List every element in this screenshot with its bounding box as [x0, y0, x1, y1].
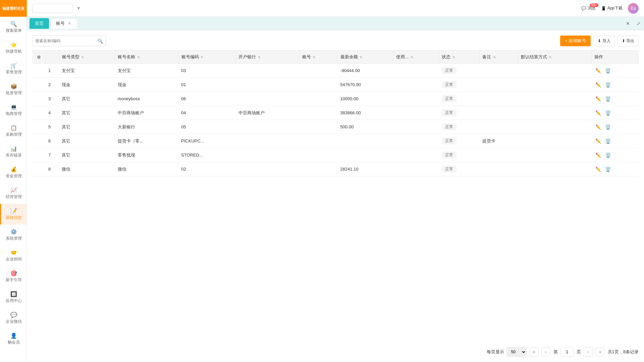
- edit-button[interactable]: ✏️: [594, 67, 602, 74]
- cell-type: 其它: [59, 120, 115, 134]
- cell-action: ✏️ 🗑️: [591, 120, 638, 134]
- sidebar-item-inventory-mgmt[interactable]: 📊 库存核算: [0, 141, 26, 162]
- app-download-button[interactable]: 📱 App下载: [601, 5, 623, 11]
- cell-default-settle: [518, 162, 591, 176]
- next-page-button[interactable]: ›: [584, 347, 593, 357]
- delete-button[interactable]: 🗑️: [604, 152, 612, 159]
- delete-button[interactable]: 🗑️: [604, 110, 612, 116]
- page-label: 第: [553, 349, 558, 355]
- col-account[interactable]: 账号 ⇅: [299, 51, 337, 64]
- col-bank[interactable]: 开户银行 ⇅: [236, 51, 300, 64]
- import-button[interactable]: ⬇ 导入: [593, 36, 614, 46]
- col-balance-label: 最新余额: [340, 54, 358, 59]
- user-avatar[interactable]: Ea: [628, 3, 639, 14]
- sort-arrows-type: ⇅: [81, 55, 84, 59]
- cell-name: 提货卡（零...: [115, 134, 179, 148]
- sidebar-item-label: 企业微信: [2, 319, 25, 324]
- cell-default-settle: [518, 106, 591, 120]
- first-page-button[interactable]: «: [529, 347, 539, 357]
- sidebar-item-sys-mgmt[interactable]: ⚙️ 系统管理: [0, 225, 26, 245]
- delete-button[interactable]: 🗑️: [604, 96, 612, 102]
- maximize-button[interactable]: ⤢: [633, 18, 644, 29]
- per-page-select[interactable]: 50 100 200: [507, 347, 527, 357]
- col-code[interactable]: 账号编码 ⇅: [178, 51, 236, 64]
- cell-code: STORED...: [178, 148, 236, 162]
- content-area: 🔍 + 新增账号 ⬇ 导入 ⬆ 导出 ⚙ 账号类型 ⇅: [27, 30, 644, 362]
- topbar-left: ▼: [32, 4, 81, 13]
- sys-icon: ⚙️: [2, 229, 25, 235]
- edit-button[interactable]: ✏️: [594, 110, 602, 116]
- pagination: 每页显示 50 100 200 « ‹ 第 页 › » 共1页，8条记录: [487, 347, 639, 357]
- cell-usage: [393, 120, 439, 134]
- cell-account: [299, 106, 337, 120]
- edit-button[interactable]: ✏️: [594, 96, 602, 102]
- cell-remark: [480, 106, 518, 120]
- app-center-icon: 🔲: [2, 291, 25, 297]
- delete-button[interactable]: 🗑️: [604, 67, 612, 74]
- tab-account-close[interactable]: ✕: [67, 21, 72, 26]
- prev-page-button[interactable]: ‹: [541, 347, 551, 357]
- col-remark[interactable]: 备注 ⇅: [480, 51, 518, 64]
- cell-default-settle: [518, 92, 591, 106]
- cell-action: ✏️ 🗑️: [591, 78, 638, 92]
- page-input[interactable]: [560, 347, 574, 357]
- edit-button[interactable]: ✏️: [594, 166, 602, 173]
- delete-button[interactable]: 🗑️: [604, 166, 612, 173]
- edit-button[interactable]: ✏️: [594, 81, 602, 88]
- close-button[interactable]: ✕: [623, 18, 633, 29]
- table-row: 3 其它 moneybosx 06 10000.00 正常 ✏️ 🗑️: [32, 92, 639, 106]
- add-account-button[interactable]: + 新增账号: [560, 36, 591, 46]
- col-default-settle[interactable]: 默认结算方式 ⇅: [518, 51, 591, 64]
- col-type[interactable]: 账号类型 ⇅: [59, 51, 115, 64]
- sidebar-item-label: 基础信息: [2, 215, 25, 221]
- sidebar-item-capital-mgmt[interactable]: 💰 资金管理: [0, 162, 26, 183]
- sidebar-item-enterprise-wechat[interactable]: 💬 企业微信: [0, 308, 26, 328]
- col-usage[interactable]: 使用... ⇅: [393, 51, 439, 64]
- delete-button[interactable]: 🗑️: [604, 81, 612, 88]
- edit-button[interactable]: ✏️: [594, 124, 602, 130]
- sidebar-item-new-guide[interactable]: 🎯 新手引导: [0, 266, 26, 287]
- search-icon[interactable]: 🔍: [98, 39, 103, 44]
- sidebar-item-ecommerce-mgmt[interactable]: 💻 电商管理: [0, 100, 26, 121]
- sidebar: 畅捷通时生意 🔍 搜索菜单 ⭐ 快捷导航 🛒 零售管理 📦 批发管理 💻 电商管…: [0, 0, 27, 362]
- topbar-dropdown-arrow[interactable]: ▼: [76, 6, 81, 11]
- cell-status: 正常: [439, 78, 480, 92]
- sidebar-item-member[interactable]: 👤 畅会员: [0, 328, 26, 349]
- cell-action: ✏️ 🗑️: [591, 106, 638, 120]
- col-balance[interactable]: 最新余额 ⇅: [337, 51, 393, 64]
- sidebar-item-purchase-mgmt[interactable]: 📋 采购管理: [0, 121, 26, 141]
- delete-button[interactable]: 🗑️: [604, 138, 612, 144]
- edit-button[interactable]: ✏️: [594, 138, 602, 144]
- sidebar-item-quick-nav[interactable]: ⭐ 快捷导航: [0, 38, 26, 58]
- tabs-bar: 首页 账号 ✕ ✕ ⤢: [27, 17, 644, 30]
- export-button[interactable]: ⬆ 导出: [618, 36, 639, 46]
- tab-account[interactable]: 账号 ✕: [50, 18, 78, 29]
- sidebar-item-search-menu[interactable]: 🔍 搜索菜单: [0, 17, 26, 38]
- per-page-label: 每页显示: [487, 349, 504, 355]
- topbar-search-input[interactable]: [32, 4, 72, 13]
- sidebar-item-label: 零售管理: [2, 69, 25, 75]
- sidebar-item-retail-mgmt[interactable]: 🛒 零售管理: [0, 58, 26, 79]
- sidebar-item-wholesale-mgmt[interactable]: 📦 批发管理: [0, 79, 26, 100]
- col-name[interactable]: 账号名称 ⇅: [115, 51, 179, 64]
- sidebar-item-app-center[interactable]: 🔲 应用中心: [0, 287, 26, 308]
- tab-home[interactable]: 首页: [30, 18, 49, 29]
- col-status[interactable]: 状态 ⇅: [439, 51, 480, 64]
- app-icon: 📱: [601, 6, 606, 11]
- msg-button[interactable]: 💬 消息 99+: [581, 5, 596, 11]
- sidebar-item-ops-mgmt[interactable]: 📈 经营管理: [0, 183, 26, 204]
- search-input[interactable]: [35, 39, 98, 43]
- col-action: 操作: [591, 51, 638, 64]
- last-page-button[interactable]: »: [596, 347, 605, 357]
- table-row: 2 现金 现金 01 547670.00 正常 ✏️ 🗑️: [32, 78, 639, 92]
- delete-button[interactable]: 🗑️: [604, 124, 612, 130]
- sidebar-item-basic-info[interactable]: 📝 基础信息: [0, 204, 26, 225]
- col-remark-label: 备注: [482, 54, 491, 59]
- sidebar-item-enterprise-agreement[interactable]: 🤝 企业协同: [0, 245, 26, 266]
- cell-settings: [32, 134, 46, 148]
- edit-button[interactable]: ✏️: [594, 152, 602, 159]
- cell-settings: [32, 78, 46, 92]
- sort-arrows-remark: ⇅: [493, 55, 496, 59]
- sidebar-item-label: 经营管理: [2, 194, 25, 200]
- cell-default-settle: [518, 120, 591, 134]
